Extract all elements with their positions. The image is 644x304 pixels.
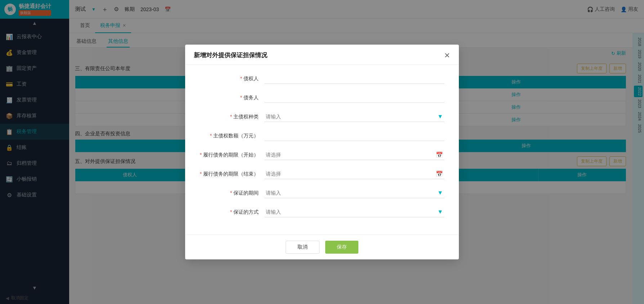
debt-type-select-wrap: ▼ [264,112,444,122]
period-end-input[interactable] [264,169,434,179]
required-mark: * [230,209,232,215]
guarantee-period-select-wrap: ▼ [264,188,444,198]
modal-header: 新增对外提供保证担保情况 ✕ [185,45,459,65]
save-button[interactable]: 保存 [325,241,358,254]
required-mark: * [230,114,232,119]
required-mark: * [200,171,202,177]
period-end-label: * 履行债务的期限（结束） [200,171,264,177]
form-row-debtor: * 债务人 [200,92,444,103]
debtor-input[interactable] [264,92,444,103]
guarantee-period-chevron-icon[interactable]: ▼ [436,190,444,196]
guarantee-method-label: * 保证的方式 [200,209,264,215]
required-mark: * [210,133,212,139]
required-mark: * [240,76,242,81]
modal-close-button[interactable]: ✕ [444,52,450,59]
debt-type-input[interactable] [264,112,436,122]
modal-dialog: 新增对外提供保证担保情况 ✕ * 债权人 * 债务人 [185,45,459,259]
form-row-guarantee-period: * 保证的期间 ▼ [200,188,444,198]
modal-overlay: 新增对外提供保证担保情况 ✕ * 债权人 * 债务人 [0,0,644,304]
debt-amount-input[interactable] [264,131,444,141]
debt-type-chevron-icon[interactable]: ▼ [436,113,444,120]
form-row-guarantee-method: * 保证的方式 ▼ [200,207,444,217]
cancel-button[interactable]: 取消 [286,241,319,254]
form-row-creditor: * 债权人 [200,73,444,84]
period-start-label: * 履行债务的期限（开始） [200,152,264,158]
period-start-date-wrap: 📅 [264,150,444,160]
required-mark: * [230,190,232,196]
guarantee-method-input[interactable] [264,207,436,217]
required-mark: * [240,95,242,100]
guarantee-method-chevron-icon[interactable]: ▼ [436,209,444,215]
period-start-input[interactable] [264,150,434,160]
debt-amount-label: * 主债权数额（万元） [200,133,264,139]
guarantee-period-input[interactable] [264,188,436,198]
creditor-input[interactable] [264,73,444,84]
period-end-calendar-icon[interactable]: 📅 [434,171,444,177]
form-row-debt-amount: * 主债权数额（万元） [200,131,444,141]
modal-footer: 取消 保存 [185,235,459,259]
form-row-period-end: * 履行债务的期限（结束） 📅 [200,169,444,179]
creditor-label: * 债权人 [200,76,264,82]
form-row-period-start: * 履行债务的期限（开始） 📅 [200,150,444,160]
debt-type-label: * 主债权种类 [200,114,264,120]
modal-body: * 债权人 * 债务人 * 主债权种类 [185,65,459,235]
debtor-label: * 债务人 [200,95,264,101]
form-row-debt-type: * 主债权种类 ▼ [200,112,444,122]
guarantee-method-select-wrap: ▼ [264,207,444,217]
period-end-date-wrap: 📅 [264,169,444,179]
modal-title: 新增对外提供保证担保情况 [194,51,267,59]
required-mark: * [200,152,202,158]
period-start-calendar-icon[interactable]: 📅 [434,151,444,158]
guarantee-period-label: * 保证的期间 [200,190,264,196]
